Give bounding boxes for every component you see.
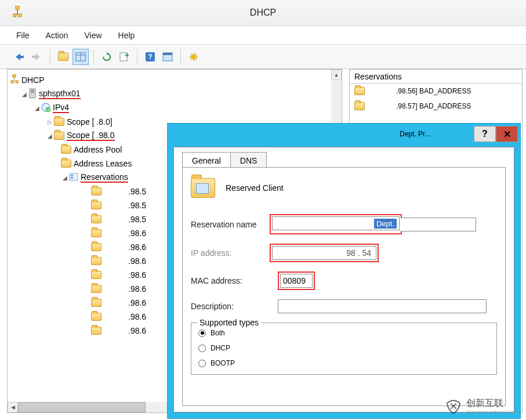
supported-types-legend: Supported types <box>197 318 261 327</box>
description-input[interactable] <box>278 299 487 313</box>
folder-icon <box>91 215 101 223</box>
collapse-icon[interactable]: ◢ <box>33 105 41 111</box>
svg-rect-29 <box>71 177 73 179</box>
watermark: 创新互联 CHUANG XIN HU LIAN <box>444 397 520 415</box>
watermark-subtext: CHUANG XIN HU LIAN <box>466 410 520 415</box>
expand-icon[interactable]: ▷ <box>46 119 54 125</box>
forward-button[interactable] <box>29 49 45 65</box>
radio-bootp[interactable]: BOOTP <box>198 359 489 367</box>
folder-icon <box>91 257 101 265</box>
reservations-icon <box>69 173 78 183</box>
list-header[interactable]: Reservations <box>350 70 522 84</box>
folder-icon <box>91 313 101 321</box>
svg-rect-4 <box>20 56 24 58</box>
reservation-name-value: Dept. <box>374 219 397 229</box>
refresh-button[interactable] <box>99 49 115 65</box>
menu-file[interactable]: File <box>16 31 30 40</box>
svg-rect-24 <box>31 92 34 93</box>
new-button[interactable] <box>186 49 202 65</box>
radio-both[interactable]: Both <box>198 329 489 337</box>
tree-root[interactable]: DHCP <box>10 73 339 87</box>
svg-rect-9 <box>120 53 127 61</box>
mac-address-label: MAC address: <box>191 276 278 285</box>
folder-icon <box>91 299 101 307</box>
back-button[interactable] <box>12 49 28 65</box>
svg-rect-5 <box>32 56 36 58</box>
tree-server[interactable]: ◢ sphspthx01 <box>10 87 339 101</box>
watermark-text: 创新互联 <box>466 397 520 410</box>
collapse-icon[interactable]: ◢ <box>61 175 69 181</box>
svg-rect-2 <box>13 14 16 17</box>
svg-rect-0 <box>16 6 19 9</box>
folder-icon <box>354 102 365 110</box>
menu-bar: File Action View Help <box>0 26 526 45</box>
folder-icon <box>91 243 101 251</box>
dialog-title-text: Dept. Pr... <box>400 130 430 138</box>
reservation-name-input[interactable] <box>401 218 476 231</box>
svg-rect-28 <box>71 175 73 176</box>
radio-icon <box>198 330 206 337</box>
folder-icon <box>54 118 64 126</box>
folder-icon <box>91 229 101 237</box>
scroll-up-icon[interactable]: ▲ <box>331 70 342 80</box>
folder-icon <box>91 187 101 195</box>
tree-ipv4[interactable]: ◢ IPv4 <box>10 101 339 115</box>
svg-rect-18 <box>13 74 16 77</box>
svg-rect-21 <box>16 81 18 83</box>
dialog-help-button[interactable]: ? <box>474 126 496 142</box>
list-item[interactable]: .98.56] BAD_ADDRESS <box>350 84 522 99</box>
ipv4-icon <box>41 103 50 114</box>
up-folder-button[interactable] <box>55 49 71 65</box>
dhcp-icon <box>10 74 19 86</box>
reserved-client-icon <box>191 178 215 198</box>
svg-rect-20 <box>11 81 13 83</box>
properties-dialog: Dept. Pr... ? ✕ General DNS Reserved Cli… <box>167 123 521 419</box>
properties-button[interactable] <box>159 49 176 65</box>
menu-view[interactable]: View <box>84 31 101 40</box>
collapse-icon[interactable]: ◢ <box>20 91 28 97</box>
server-icon <box>28 88 37 100</box>
supported-types-fieldset: Supported types Both DHCP BOOTP <box>191 323 497 375</box>
folder-icon <box>61 160 71 168</box>
dialog-title-bar[interactable]: Dept. Pr... ? ✕ <box>168 124 520 144</box>
folder-icon <box>354 87 365 95</box>
folder-icon <box>61 146 71 154</box>
dhcp-app-icon <box>12 6 23 20</box>
svg-rect-19 <box>14 77 14 81</box>
menu-action[interactable]: Action <box>46 31 68 40</box>
help-button[interactable]: ? <box>142 49 158 65</box>
folder-icon <box>91 271 101 279</box>
scroll-thumb[interactable] <box>18 402 146 412</box>
window-title: DHCP <box>250 8 276 18</box>
dialog-heading: Reserved Client <box>226 183 284 193</box>
ip-address-input[interactable]: 98 . 54 <box>272 246 376 260</box>
reservation-name-label: Reservation name <box>191 220 270 229</box>
scroll-left-icon[interactable]: ◀ <box>8 402 18 412</box>
svg-text:?: ? <box>148 53 152 61</box>
menu-help[interactable]: Help <box>118 31 135 40</box>
folder-icon <box>91 327 101 335</box>
description-label: Description: <box>191 302 278 311</box>
toolbar: ? <box>0 45 526 69</box>
ip-address-label: IP address: <box>191 248 270 258</box>
tab-content-general: Reserved Client Reservation name Dept. I… <box>182 167 506 406</box>
dialog-close-button[interactable]: ✕ <box>496 126 518 142</box>
export-button[interactable] <box>116 49 132 65</box>
radio-icon <box>198 345 206 352</box>
window-title-bar: DHCP <box>0 0 526 26</box>
folder-icon <box>91 201 101 209</box>
svg-rect-23 <box>31 90 34 91</box>
mac-address-input[interactable]: 00809 <box>280 274 313 288</box>
svg-rect-1 <box>17 9 18 15</box>
svg-rect-3 <box>19 14 21 17</box>
folder-icon <box>91 285 101 293</box>
radio-dhcp[interactable]: DHCP <box>198 344 489 352</box>
list-item[interactable]: .98.57] BAD_ADDRESS <box>350 99 522 114</box>
collapse-icon[interactable]: ◢ <box>46 133 54 139</box>
watermark-logo-icon <box>444 397 463 415</box>
svg-rect-13 <box>163 53 172 55</box>
folder-icon <box>54 132 64 140</box>
detail-view-button[interactable] <box>72 49 89 65</box>
radio-icon <box>198 360 206 367</box>
